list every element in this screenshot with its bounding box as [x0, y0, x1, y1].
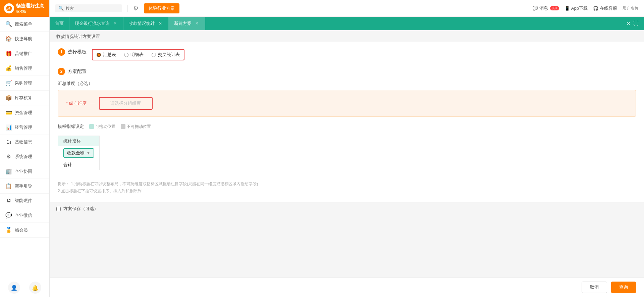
sidebar-item-guide[interactable]: 📋 新手引导 [0, 179, 49, 194]
radio-detail-input[interactable] [124, 53, 128, 57]
step2-section: 2 方案配置 汇总维度（必选） * 纵向维度 — 请选择分组维度 模板指标设定 [58, 68, 636, 194]
sidebar-item-label: 智能硬件 [15, 198, 32, 204]
sidebar-bottom: 👤 🔔 [0, 278, 49, 297]
purchase-icon: 🛒 [5, 80, 12, 86]
stats-sum-label: 合计 [63, 162, 72, 168]
sidebar-item-purchase[interactable]: 🛒 采购管理 [0, 76, 49, 91]
sidebar-item-label: 搜索菜单 [15, 21, 32, 27]
topbar: 🔍 ⚙ 体验行业方案 💬 消息 99+ 📱 App下载 🎧 在线客服 用户名称 [50, 0, 644, 17]
sidebar-item-label: 采购管理 [15, 80, 32, 86]
content-area: 收款情况统计方案设置 1 选择模板 汇总表 明细表 [50, 30, 644, 277]
stats-tag-caret-icon: ▼ [87, 151, 90, 155]
save-check-label[interactable]: 方案保存（可选） [56, 206, 98, 212]
radio-summary-label: 汇总表 [103, 52, 116, 58]
inventory-icon: 📦 [5, 95, 12, 101]
topbar-right: 💬 消息 99+ 📱 App下载 🎧 在线客服 用户名称 [533, 5, 639, 11]
radio-detail[interactable]: 明细表 [124, 52, 144, 58]
tab-bank-flow[interactable]: 现金银行流水查询 ✕ [69, 17, 123, 30]
legend-draggable-dot [89, 124, 94, 129]
dim-config-area: * 纵向维度 — 请选择分组维度 [58, 90, 636, 117]
tab-bank-flow-close-icon[interactable]: ✕ [112, 21, 118, 26]
svg-text:好: 好 [7, 7, 10, 10]
save-checkbox[interactable] [56, 207, 61, 211]
radio-cross[interactable]: 交叉统计表 [152, 52, 180, 58]
topbar-search-box[interactable]: 🔍 [55, 4, 122, 12]
sidebar-item-marketing[interactable]: 🎁 营销推广 [0, 46, 49, 61]
sidebar-item-search-menu[interactable]: 🔍 搜索菜单 [0, 17, 49, 32]
save-check-text: 方案保存（可选） [63, 206, 98, 212]
tab-collection-stats[interactable]: 收款情况统计 ✕ [123, 17, 169, 30]
sidebar-item-system[interactable]: ⚙ 系统管理 [0, 149, 49, 164]
message-button[interactable]: 💬 消息 99+ [533, 5, 559, 11]
cancel-button[interactable]: 取消 [582, 282, 607, 293]
tabbar: 首页 现金银行流水查询 ✕ 收款情况统计 ✕ 新建方案 ✕ ✕ ⛶ [50, 17, 644, 30]
sidebar-item-hardware[interactable]: 🖥 智能硬件 [0, 194, 49, 208]
sidebar-bottom-icon-2[interactable]: 🔔 [29, 282, 41, 294]
sidebar-item-label: 营销推广 [15, 51, 32, 57]
indicator-settings: 模板指标设定 可拖动位置 不可拖动位置 [58, 123, 636, 170]
topbar-search-icon: 🔍 [58, 6, 64, 11]
sidebar-item-enterprise[interactable]: 🏢 企业协同 [0, 164, 49, 179]
sidebar-item-member[interactable]: 🏅 畅会员 [0, 223, 49, 238]
radio-cross-input[interactable] [152, 53, 156, 57]
stats-tag-amount[interactable]: 收款金额 ▼ [63, 148, 94, 158]
dim-section-title: 汇总维度（必选） [58, 81, 636, 87]
online-support-icon: 🎧 [593, 6, 598, 11]
page-title: 收款情况统计方案设置 [56, 34, 100, 39]
query-button[interactable]: 查询 [611, 282, 636, 293]
sidebar-item-label: 畅会员 [15, 227, 28, 233]
tab-new-plan-close-icon[interactable]: ✕ [194, 21, 200, 26]
tab-home[interactable]: 首页 [52, 17, 69, 30]
template-radio-group: 汇总表 明细表 交叉统计表 [92, 49, 184, 60]
app-name: 畅捷通好生意 [16, 3, 44, 9]
message-icon: 💬 [533, 6, 538, 11]
sidebar-item-basic-info[interactable]: 🗂 基础信息 [0, 135, 49, 149]
radio-summary[interactable]: 汇总表 [97, 52, 116, 58]
basic-info-icon: 🗂 [5, 139, 12, 145]
hint-1: 提示： 1.拖动标题栏可以调整布局，不可跨维度或指标区域拖动栏目字段(只能在同一… [58, 181, 636, 187]
legend-draggable: 可拖动位置 [89, 124, 115, 130]
sidebar-item-label: 基础信息 [15, 139, 32, 145]
sidebar-item-sales[interactable]: 💰 销售管理 [0, 61, 49, 76]
sidebar: 好 畅捷通好生意 标准版 🔍 搜索菜单 🏠 快捷导航 🎁 营销推广 💰 销售管理… [0, 0, 50, 297]
main-area: 🔍 ⚙ 体验行业方案 💬 消息 99+ 📱 App下载 🎧 在线客服 用户名称 [50, 0, 644, 297]
message-label: 消息 [539, 5, 548, 11]
radio-summary-input[interactable] [97, 53, 101, 57]
sidebar-item-label: 企业协同 [15, 168, 32, 175]
tab-new-plan[interactable]: 新建方案 ✕ [169, 17, 205, 30]
member-icon: 🏅 [5, 227, 12, 233]
sidebar-item-finance[interactable]: 💳 资金管理 [0, 105, 49, 120]
app-download-button[interactable]: 📱 App下载 [565, 5, 588, 11]
sidebar-item-label: 销售管理 [15, 65, 32, 71]
tab-collection-stats-close-icon[interactable]: ✕ [158, 21, 163, 26]
operations-icon: 📊 [5, 124, 12, 131]
sidebar-item-label: 企业微信 [15, 212, 32, 218]
tab-close-all-button[interactable]: ✕ [626, 20, 631, 27]
dim-select-box[interactable]: 请选择分组维度 [99, 97, 153, 110]
online-support-button[interactable]: 🎧 在线客服 [593, 5, 617, 11]
hardware-icon: 🖥 [5, 198, 12, 204]
finance-icon: 💳 [5, 109, 12, 116]
legend-not-draggable-label: 不可拖动位置 [127, 124, 151, 130]
dim-arrow: — [91, 101, 95, 106]
topbar-gear-icon[interactable]: ⚙ [133, 5, 139, 12]
bottom-bar: 方案保存（可选） [50, 202, 644, 215]
legend-draggable-label: 可拖动位置 [95, 124, 115, 130]
page-header: 收款情况统计方案设置 [50, 30, 644, 42]
industry-solution-button[interactable]: 体验行业方案 [144, 3, 179, 13]
tab-expand-button[interactable]: ⛶ [633, 20, 639, 27]
sidebar-item-operations[interactable]: 📊 经营管理 [0, 120, 49, 135]
sidebar-item-quick-nav[interactable]: 🏠 快捷导航 [0, 32, 49, 46]
footer-buttons: 取消 查询 [50, 277, 644, 297]
indicator-settings-header: 模板指标设定 可拖动位置 不可拖动位置 [58, 123, 636, 130]
stats-tag-label: 收款金额 [67, 150, 85, 156]
sidebar-bottom-icon-1[interactable]: 👤 [8, 282, 20, 294]
step2-num: 2 [58, 68, 65, 75]
topbar-search-input[interactable] [66, 6, 113, 11]
sidebar-item-wechat[interactable]: 💬 企业微信 [0, 208, 49, 223]
sidebar-item-label: 库存核算 [15, 95, 32, 101]
sidebar-item-inventory[interactable]: 📦 库存核算 [0, 91, 49, 105]
stats-table: 统计指标 收款金额 ▼ 合计 [58, 136, 100, 170]
indicator-settings-title: 模板指标设定 [58, 123, 84, 130]
logo-icon: 好 [4, 3, 14, 13]
